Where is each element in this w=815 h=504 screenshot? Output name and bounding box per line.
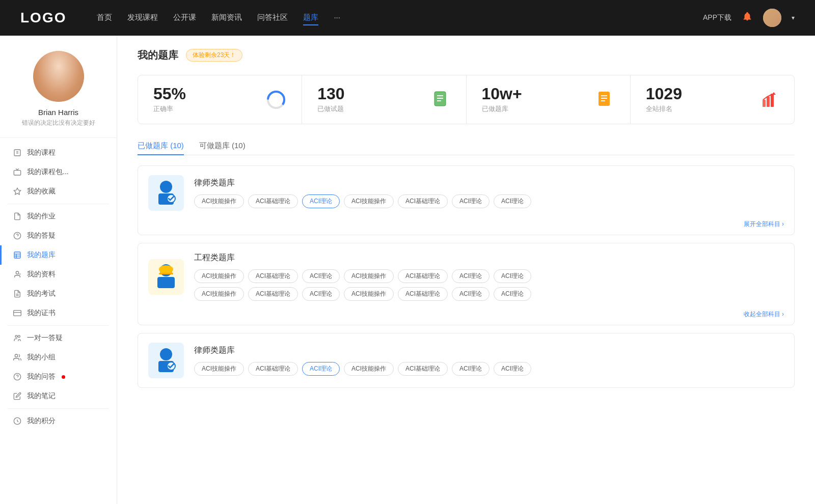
stat-rank-value: 1029 <box>646 86 753 102</box>
sidebar-item-pkg[interactable]: 我的课程包... <box>0 162 117 182</box>
bank-card-lawyer1-title: 律师类题库 <box>194 178 784 188</box>
sidebar-item-points[interactable]: 我的积分 <box>0 411 117 431</box>
bank-card-lawyer2-content: 律师类题库 ACI技能操作 ACI基础理论 ACI理论 ACI技能操作 ACI基… <box>194 345 784 376</box>
app-download-btn[interactable]: APP下载 <box>703 13 731 22</box>
engineer-tag2-4[interactable]: ACI基础理论 <box>398 287 448 301</box>
bank-card-engineer-title: 工程类题库 <box>194 253 784 263</box>
user-menu-chevron[interactable]: ▾ <box>792 14 795 21</box>
exam-icon <box>13 289 22 298</box>
svg-rect-34 <box>763 100 766 107</box>
engineer-tag-3[interactable]: ACI技能操作 <box>344 269 394 283</box>
lawyer1-tag-4[interactable]: ACI基础理论 <box>398 194 448 208</box>
sidebar-item-exam[interactable]: 我的考试 <box>0 284 117 303</box>
main-content: 我的题库 体验剩余23天！ 55% 正确率 <box>117 36 815 504</box>
sidebar-item-favorites[interactable]: 我的收藏 <box>0 182 117 201</box>
bank-card-engineer-tags-row2: ACI技能操作 ACI基础理论 ACI理论 ACI技能操作 ACI基础理论 AC… <box>194 287 784 301</box>
lawyer1-tag-2[interactable]: ACI理论 <box>302 194 340 208</box>
bank-card-engineer-content: 工程类题库 ACI技能操作 ACI基础理论 ACI理论 ACI技能操作 ACI基… <box>194 253 784 301</box>
nav-item-news[interactable]: 新闻资讯 <box>211 11 242 25</box>
stat-done-questions: 130 已做试题 <box>302 75 466 124</box>
lawyer2-tag-2[interactable]: ACI理论 <box>302 362 340 376</box>
stat-done-label: 已做试题 <box>317 104 424 114</box>
lawyer1-tag-6[interactable]: ACI理论 <box>494 194 531 208</box>
sidebar-item-group[interactable]: 我的小组 <box>0 348 117 367</box>
notification-bell[interactable] <box>742 11 753 24</box>
lawyer2-tag-5[interactable]: ACI理论 <box>452 362 490 376</box>
tabs-bar: 已做题库 (10) 可做题库 (10) <box>138 137 795 155</box>
lawyer1-tag-1[interactable]: ACI基础理论 <box>248 194 298 208</box>
page-header: 我的题库 体验剩余23天！ <box>138 48 795 62</box>
sidebar-item-homework[interactable]: 我的作业 <box>0 207 117 226</box>
lawyer1-tag-0[interactable]: ACI技能操作 <box>194 194 244 208</box>
pkg-icon <box>13 167 22 177</box>
engineer-tag2-1[interactable]: ACI基础理论 <box>248 287 298 301</box>
svg-point-11 <box>16 271 18 274</box>
engineer-tag2-2[interactable]: ACI理论 <box>302 287 340 301</box>
profile-section: Brian Harris 错误的决定比没有决定要好 <box>0 51 117 138</box>
svg-rect-3 <box>14 171 20 175</box>
engineer-tag-1[interactable]: ACI基础理论 <box>248 269 298 283</box>
nav-item-more[interactable]: ··· <box>334 11 340 25</box>
engineer-tag2-5[interactable]: ACI理论 <box>452 287 490 301</box>
questions-icon <box>13 372 22 381</box>
stat-done-text: 130 已做试题 <box>317 86 424 114</box>
sidebar-item-bank[interactable]: 我的题库 <box>0 245 117 265</box>
cert-icon <box>13 309 22 318</box>
tab-available-banks[interactable]: 可做题库 (10) <box>199 137 246 155</box>
engineer-tag-5[interactable]: ACI理论 <box>452 269 490 283</box>
page-title: 我的题库 <box>138 48 178 62</box>
lawyer2-tag-1[interactable]: ACI基础理论 <box>248 362 298 376</box>
bank-card-engineer-header: 工程类题库 ACI技能操作 ACI基础理论 ACI理论 ACI技能操作 ACI基… <box>138 243 794 310</box>
bank-card-lawyer1-tags: ACI技能操作 ACI基础理论 ACI理论 ACI技能操作 ACI基础理论 AC… <box>194 194 784 208</box>
engineer-tag2-6[interactable]: ACI理论 <box>494 287 531 301</box>
group-icon <box>13 353 22 362</box>
sidebar-item-course[interactable]: 我的课程 <box>0 143 117 162</box>
stat-accuracy-text: 55% 正确率 <box>153 86 258 114</box>
engineer-tag-6[interactable]: ACI理论 <box>494 269 531 283</box>
sidebar-item-profile-data[interactable]: 我的资料 <box>0 265 117 284</box>
stat-banks-value: 10w+ <box>482 86 589 102</box>
sidebar-item-notes[interactable]: 我的笔记 <box>0 386 117 406</box>
engineer-tag-0[interactable]: ACI技能操作 <box>194 269 244 283</box>
tab-done-banks[interactable]: 已做题库 (10) <box>138 137 184 155</box>
stat-rank-label: 全站排名 <box>646 104 753 114</box>
sidebar-item-one-on-one[interactable]: 一对一答疑 <box>0 328 117 348</box>
logo[interactable]: LOGO <box>20 10 66 26</box>
nav-item-discover[interactable]: 发现课程 <box>127 11 158 25</box>
bank-card-engineer-tags-row1: ACI技能操作 ACI基础理论 ACI理论 ACI技能操作 ACI基础理论 AC… <box>194 269 784 283</box>
homework-icon <box>13 212 22 221</box>
nav-item-opencourse[interactable]: 公开课 <box>173 11 196 25</box>
lawyer2-tag-6[interactable]: ACI理论 <box>494 362 531 376</box>
stat-accuracy-value: 55% <box>153 86 258 102</box>
nav-menu: 首页 发现课程 公开课 新闻资讯 问答社区 题库 ··· <box>97 11 703 25</box>
svg-rect-7 <box>14 252 20 258</box>
bank-icon <box>13 250 22 260</box>
lawyer2-tag-4[interactable]: ACI基础理论 <box>398 362 448 376</box>
rank-icon <box>760 91 779 109</box>
engineer-icon <box>148 259 184 295</box>
engineer-tag-2[interactable]: ACI理论 <box>302 269 340 283</box>
page-container: Brian Harris 错误的决定比没有决定要好 我的课程 我的课程包... <box>0 36 815 504</box>
sidebar-item-qa[interactable]: 我的答疑 <box>0 226 117 245</box>
lawyer2-tag-0[interactable]: ACI技能操作 <box>194 362 244 376</box>
stat-rank-text: 1029 全站排名 <box>646 86 753 114</box>
bank-card-engineer-collapse[interactable]: 收起全部科目 › <box>138 310 794 325</box>
lawyer2-tag-3[interactable]: ACI技能操作 <box>344 362 394 376</box>
profile-avatar <box>33 51 84 102</box>
sidebar-item-cert[interactable]: 我的证书 <box>0 303 117 323</box>
engineer-tag2-0[interactable]: ACI技能操作 <box>194 287 244 301</box>
svg-point-46 <box>160 348 172 360</box>
engineer-tag-4[interactable]: ACI基础理论 <box>398 269 448 283</box>
lawyer1-tag-3[interactable]: ACI技能操作 <box>344 194 394 208</box>
engineer-tag2-3[interactable]: ACI技能操作 <box>344 287 394 301</box>
lawyer1-tag-5[interactable]: ACI理论 <box>452 194 490 208</box>
course-icon <box>13 148 22 157</box>
profile-name: Brian Harris <box>38 108 78 117</box>
sidebar-item-questions[interactable]: 我的问答 <box>0 367 117 386</box>
bank-card-lawyer1-expand[interactable]: 展开全部科目 › <box>138 220 794 235</box>
nav-item-home[interactable]: 首页 <box>97 11 112 25</box>
nav-item-bank[interactable]: 题库 <box>303 11 318 25</box>
nav-item-qa[interactable]: 问答社区 <box>257 11 288 25</box>
user-avatar[interactable] <box>763 9 781 27</box>
svg-rect-45 <box>159 273 173 274</box>
